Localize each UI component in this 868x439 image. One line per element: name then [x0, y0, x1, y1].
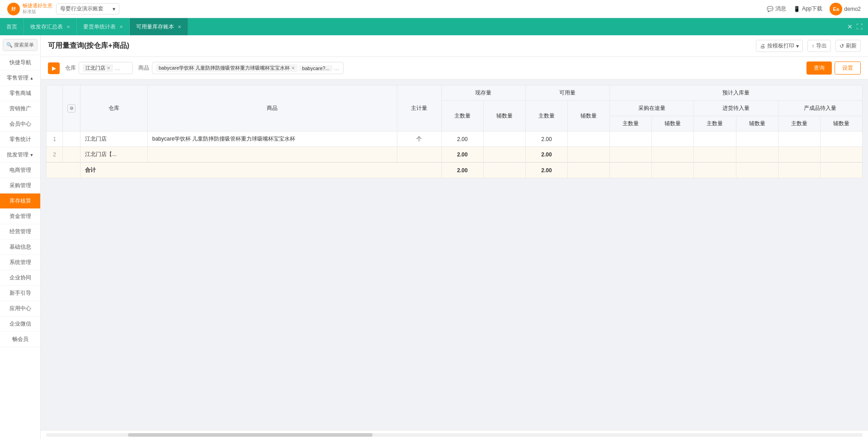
cell-product-2 [147, 147, 397, 163]
sidebar-item-retail-mgmt[interactable]: 零售管理 ▲ [0, 71, 40, 86]
page-title: 可用量查询(按仓库+商品) [48, 41, 129, 55]
refresh-btn[interactable]: ↺ 刷新 [835, 40, 861, 52]
th-planned-inbound: 预计入库量 [610, 85, 863, 101]
sidebar-item-marketing[interactable]: 营销推广 [0, 101, 40, 117]
tab-available-inventory[interactable]: 可用量库存账本 ✕ [130, 18, 188, 35]
sidebar-item-wholesale-mgmt[interactable]: 批发管理 ▼ [0, 147, 40, 163]
tab-available-label: 可用量库存账本 [136, 23, 174, 31]
sidebar-item-member-center[interactable]: 会员中心 [0, 117, 40, 132]
print-label: 按模板打印 [767, 42, 794, 50]
th-current-main-qty: 主数量 [441, 101, 483, 132]
cell-inbound-aux-1 [736, 132, 778, 147]
industry-selector[interactable]: 母婴行业演示账套 ▾ [56, 3, 119, 14]
sidebar-item-enterprise-collab[interactable]: 企业协同 [0, 270, 40, 286]
sidebar-item-quick-nav[interactable]: 快捷导航 [0, 55, 40, 71]
app-download-label: App下载 [802, 5, 822, 13]
scrollbar-track[interactable] [46, 433, 863, 437]
warehouse-input[interactable]: 江北门店 ✕ … [79, 62, 133, 74]
enterprise-wechat-label: 企业微信 [9, 321, 31, 327]
tab-home[interactable]: 首页 [0, 18, 24, 35]
th-current-aux-qty: 辅数量 [483, 101, 525, 132]
tab-expand-icon[interactable]: ⛶ [856, 23, 863, 30]
tab-order-close[interactable]: ✕ [119, 24, 123, 29]
message-btn[interactable]: 💬 消息 [767, 5, 786, 13]
print-chevron: ▾ [796, 43, 799, 49]
search-menu-btn[interactable]: 🔍 搜索菜单 [3, 39, 38, 51]
tab-receipt-label: 收发存汇总表 [30, 23, 63, 31]
sidebar-item-retail-mall[interactable]: 零售商城 [0, 86, 40, 101]
cell-row-num-1: 1 [47, 132, 63, 147]
tab-order-stats[interactable]: 要货单统计表 ✕ [77, 18, 130, 35]
product-more[interactable]: … [334, 65, 340, 71]
content-area: 可用量查询(按仓库+商品) 🖨 按模板打印 ▾ ↑ 导出 ↺ 刷新 [41, 35, 868, 439]
sidebar-item-retail-stats[interactable]: 零售统计 [0, 132, 40, 147]
cell-current-aux-1 [483, 132, 525, 147]
app-download-btn[interactable]: 📱 App下载 [793, 5, 822, 13]
username: demo2 [844, 6, 861, 12]
th-production-aux: 辅数量 [820, 116, 862, 132]
industry-label: 母婴行业演示账套 [60, 5, 104, 13]
cell-settings-1 [63, 132, 80, 147]
filter-toggle-btn[interactable]: ▶ [48, 62, 60, 74]
th-production-pending: 产成品待入量 [778, 101, 862, 116]
warehouse-more[interactable]: … [115, 65, 120, 71]
cell-inbound-main-2 [694, 147, 736, 163]
query-button[interactable]: 查询 [807, 61, 832, 75]
tab-available-close[interactable]: ✕ [178, 24, 181, 29]
warehouse-tag-close[interactable]: ✕ [107, 66, 110, 71]
product-tag-1: babycare学饮杯 儿童防摔防撞吸管杯重力球吸嘴杯宝宝水杯 ✕ [156, 64, 297, 72]
sidebar-item-ops-mgmt[interactable]: 经营管理 [0, 224, 40, 240]
refresh-icon: ↺ [840, 43, 844, 49]
cell-warehouse-1: 江北门店 [80, 132, 148, 147]
finance-mgmt-label: 资金管理 [9, 213, 31, 219]
scrollbar-thumb[interactable] [128, 433, 373, 437]
sidebar-item-enterprise-wechat[interactable]: 企业微信 [0, 316, 40, 332]
sidebar-item-vip-member[interactable]: 畅会员 [0, 332, 40, 347]
sidebar-item-inventory-check[interactable]: 库存核算 [0, 194, 40, 209]
th-available-main-qty: 主数量 [525, 101, 567, 132]
total-avail-main: 2.00 [525, 162, 567, 178]
total-inbound-aux [736, 162, 778, 178]
cell-purchase-aux-1 [652, 132, 694, 147]
th-inbound-main: 主数量 [694, 116, 736, 132]
total-production-aux [820, 162, 862, 178]
logo-text: 畅捷通好生意 [23, 3, 52, 9]
warehouse-tag: 江北门店 ✕ [83, 64, 113, 72]
tab-receipt-close[interactable]: ✕ [66, 24, 70, 29]
retail-mgmt-arrow: ▲ [30, 76, 34, 80]
th-purchase-aux: 辅数量 [652, 116, 694, 132]
sidebar-item-new-guide[interactable]: 新手引导 [0, 286, 40, 301]
basic-info-label: 基础信息 [9, 244, 31, 250]
sidebar-item-basic-info[interactable]: 基础信息 [0, 240, 40, 255]
sidebar-item-app-center[interactable]: 应用中心 [0, 301, 40, 316]
export-btn[interactable]: ↑ 导出 [807, 40, 831, 52]
settings-button[interactable]: 设置 [835, 61, 861, 75]
print-by-template-btn[interactable]: 🖨 按模板打印 ▾ [756, 40, 803, 52]
product-input[interactable]: babycare学饮杯 儿童防摔防撞吸管杯重力球吸嘴杯宝宝水杯 ✕ babyca… [152, 62, 344, 74]
message-label: 消息 [775, 5, 786, 13]
cell-production-main-2 [778, 147, 820, 163]
total-current-aux [483, 162, 525, 178]
tab-home-label: 首页 [6, 23, 17, 31]
sidebar-item-finance-mgmt[interactable]: 资金管理 [0, 209, 40, 224]
tab-close-all-icon[interactable]: ✕ [847, 23, 853, 30]
tab-bar: 首页 收发存汇总表 ✕ 要货单统计表 ✕ 可用量库存账本 ✕ ✕ ⛶ [0, 18, 868, 35]
total-production-main [778, 162, 820, 178]
cell-unit-1: 个 [397, 132, 441, 147]
logo-icon: 好 [7, 3, 20, 15]
product-label: 商品 [138, 64, 149, 72]
cell-purchase-main-2 [610, 147, 652, 163]
export-icon: ↑ [811, 43, 814, 49]
th-purchase-in-transit: 采购在途量 [610, 101, 694, 116]
sidebar-item-ecommerce-mgmt[interactable]: 电商管理 [0, 163, 40, 178]
vip-member-label: 畅会员 [12, 336, 28, 342]
user-profile[interactable]: Ea demo2 [830, 3, 861, 15]
total-label: 合计 [80, 162, 442, 178]
column-settings-icon[interactable]: ⚙ [67, 104, 75, 113]
avatar: Ea [830, 3, 842, 15]
sidebar-item-system-mgmt[interactable]: 系统管理 [0, 255, 40, 270]
product-tag-1-close[interactable]: ✕ [291, 66, 295, 71]
sidebar-item-purchase-mgmt[interactable]: 采购管理 [0, 178, 40, 194]
tab-receipt-summary[interactable]: 收发存汇总表 ✕ [24, 18, 77, 35]
cell-production-main-1 [778, 132, 820, 147]
